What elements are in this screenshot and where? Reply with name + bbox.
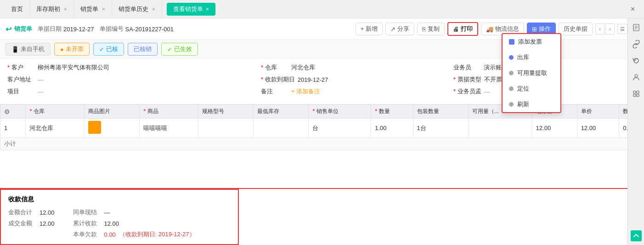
dropdown-locate[interactable]: 定位 xyxy=(503,81,560,97)
note-add-button[interactable]: + 添加备注 xyxy=(291,87,320,96)
share-button[interactable]: ↗ 分享 xyxy=(385,23,414,35)
tab-sales-close[interactable]: × xyxy=(102,6,105,12)
sidebar-icon-clipboard[interactable] xyxy=(631,22,642,33)
operations-dropdown: 添加发票 出库 可用量提取 定位 刷新 xyxy=(502,33,561,113)
deal-amount-row: 成交金额 12.00 xyxy=(8,219,55,228)
cumulative-row: 累计收款 12.00 xyxy=(73,219,195,228)
outbound-icon xyxy=(509,55,514,60)
tab-sales-history[interactable]: 销货单历史 × xyxy=(112,0,162,18)
cell-pkg-qty: 1台 xyxy=(413,119,468,138)
svg-rect-7 xyxy=(633,94,636,97)
ticket-icon: ● xyxy=(60,46,64,53)
history-button[interactable]: 历史单据 xyxy=(559,23,593,35)
payment-info: 收款信息 金额合计 12.00 成交金额 12.00 同单现结 — xyxy=(0,189,239,245)
cell-current: 12.00 xyxy=(532,119,577,138)
subtotal-label: 小计 xyxy=(0,138,644,150)
sidebar-icon-rotate[interactable] xyxy=(631,55,642,66)
col-pkg-qty: 包装数量 xyxy=(413,105,468,119)
subtotal-row: 小计 xyxy=(0,138,644,150)
sidebar-icon-user[interactable] xyxy=(631,72,642,83)
svg-rect-5 xyxy=(633,91,636,93)
svg-point-4 xyxy=(635,74,638,77)
doc-icon: ↩ xyxy=(6,25,11,34)
copy-button[interactable]: ⎘ 复制 xyxy=(417,23,445,35)
sidebar-expand-button[interactable] xyxy=(631,230,642,241)
refresh-label: 刷新 xyxy=(517,100,529,108)
add-invoice-label: 添加发票 xyxy=(518,38,542,46)
tab-inventory-close[interactable]: × xyxy=(64,6,67,12)
cell-available xyxy=(468,119,532,138)
prev-button[interactable]: ‹ xyxy=(595,23,604,34)
sidebar-icon-repeat[interactable] xyxy=(631,88,642,99)
cell-min-stock xyxy=(254,119,309,138)
locate-icon xyxy=(509,86,514,91)
outbound-label: 出库 xyxy=(517,53,529,62)
effect-button[interactable]: ✓ 已生效 xyxy=(161,43,198,56)
col-image: 商品图片 xyxy=(85,105,140,119)
dropdown-available-pick[interactable]: 可用量提取 xyxy=(503,65,560,81)
share-icon: ↗ xyxy=(390,26,395,33)
address-field: 客户地址 — xyxy=(7,75,252,84)
list-view-button[interactable]: ☰ xyxy=(617,24,627,34)
col-unit: * 销售单位 xyxy=(309,105,371,119)
payment-col-right: 同单现结 — 累计收款 12.00 本单欠款 0.00 （收款到期日: 2019… xyxy=(73,208,195,239)
same-order-label: 同单现结 xyxy=(73,208,101,217)
print-button[interactable]: 🖨 打印 xyxy=(447,22,478,36)
total-amount-label: 金额合计 xyxy=(8,208,36,217)
payment-rows: 金额合计 12.00 成交金额 12.00 同单现结 — 累计收款 xyxy=(8,208,231,239)
tab-sales-history-close[interactable]: × xyxy=(152,6,155,12)
note-field: 备注 + 添加备注 xyxy=(261,87,444,96)
overdue-value: 0.00 xyxy=(104,231,116,238)
total-amount-value: 12.00 xyxy=(40,209,55,216)
close-window-button[interactable]: × xyxy=(626,5,639,13)
locate-label: 定位 xyxy=(517,85,529,93)
tab-home[interactable]: 首页 xyxy=(5,0,30,18)
right-sidebar xyxy=(627,18,644,245)
same-order-value: — xyxy=(104,209,110,216)
doc-date-field: 单据日期 2019-12-27 xyxy=(38,25,94,33)
settings-icon: ⚙ xyxy=(4,108,10,115)
open-ticket-button[interactable]: ● 未开票 xyxy=(54,43,90,56)
overdue-note: （收款到期日: 2019-12-27） xyxy=(119,230,195,239)
product-thumbnail xyxy=(88,121,101,134)
total-amount-row: 金额合计 12.00 xyxy=(8,208,55,217)
operations-icon: ⊞ xyxy=(532,26,537,33)
copy-icon: ⎘ xyxy=(422,26,426,33)
col-settings[interactable]: ⚙ xyxy=(0,105,26,119)
address-label: 客户地址 xyxy=(7,75,35,84)
tab-sales[interactable]: 销货单 × xyxy=(74,0,112,18)
next-button[interactable]: › xyxy=(605,23,615,34)
project-value: — xyxy=(38,88,44,95)
deal-amount-value: 12.00 xyxy=(40,220,55,227)
staff2-label: 业务员孟 xyxy=(453,87,481,96)
print-icon: 🖨 xyxy=(453,26,459,33)
warehouse-value: 河北仓库 xyxy=(291,63,315,72)
table-section: ⚙ * 仓库 商品图片 * 商品 规格型号 最低库存 * 销售单位 * 数量 包… xyxy=(0,104,644,188)
cell-image xyxy=(85,119,140,138)
same-order-row: 同单现结 — xyxy=(73,208,195,217)
refresh-icon xyxy=(509,102,514,107)
cumulative-label: 累计收款 xyxy=(73,219,101,228)
tab-inventory[interactable]: 库存期初 × xyxy=(30,0,74,18)
new-button[interactable]: + 新增 xyxy=(356,23,383,35)
add-invoice-icon xyxy=(509,39,514,45)
dropdown-add-invoice[interactable]: 添加发票 xyxy=(503,34,560,50)
sidebar-icon-link[interactable] xyxy=(631,39,642,50)
phone-icon: 📱 xyxy=(11,46,19,53)
check-button[interactable]: ✓ 已核 xyxy=(93,43,124,56)
phone-status-button[interactable]: 📱 来自手机 xyxy=(6,43,51,56)
tab-view-sales[interactable]: 查看销货单 × xyxy=(167,3,215,16)
tab-view-sales-close[interactable]: × xyxy=(206,6,209,12)
cell-qty: 1.00 xyxy=(371,119,413,138)
col-product: * 商品 xyxy=(140,105,198,119)
cell-price: 12.00 xyxy=(577,119,619,138)
customer-label: 客户 xyxy=(7,63,35,72)
dropdown-outbound[interactable]: 出库 xyxy=(503,50,560,65)
sold-button[interactable]: 已核销 xyxy=(128,43,158,56)
available-pick-label: 可用量提取 xyxy=(517,69,547,77)
cumulative-value: 12.00 xyxy=(104,220,119,227)
available-pick-icon xyxy=(509,71,514,75)
cell-no: 1 xyxy=(0,119,26,138)
doc-type-label: ↩ 销货单 xyxy=(6,25,32,34)
dropdown-refresh[interactable]: 刷新 xyxy=(503,97,560,112)
